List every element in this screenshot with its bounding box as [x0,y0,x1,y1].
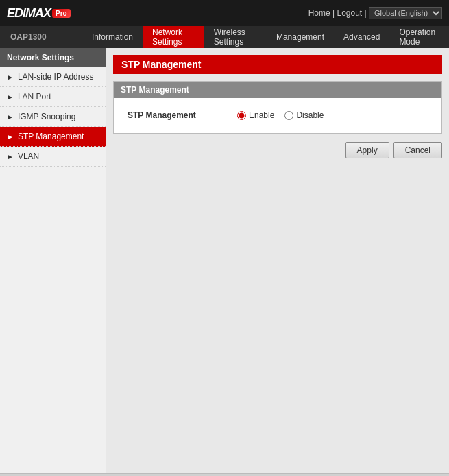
stp-section: STP Management STP Management Enable Dis… [113,81,442,134]
enable-radio[interactable] [237,111,246,120]
page-title: STP Management [113,55,442,74]
disable-radio[interactable] [284,111,293,120]
enable-label: Enable [249,110,274,120]
section-body: STP Management Enable Disable [114,98,441,133]
arrow-icon-active: ► [7,133,14,141]
logout-link[interactable]: Logout [337,8,363,18]
main-layout: Network Settings ► LAN-side IP Address ►… [0,48,449,473]
header-links: Home | Logout | Global (English) [308,7,442,19]
nav-information[interactable]: Information [82,26,143,48]
arrow-icon: ► [7,73,14,81]
top-nav: OAP1300 Information Network Settings Wir… [0,26,449,48]
nav-advanced[interactable]: Advanced [334,26,389,48]
logo-area: EDiMAX Pro [7,6,71,21]
sidebar-label-lan-port: LAN Port [18,92,51,102]
stp-label: STP Management [128,110,237,120]
nav-operation-mode[interactable]: Operation Mode [389,26,449,48]
stp-radio-group: Enable Disable [237,110,324,120]
sidebar-label-vlan: VLAN [18,152,39,161]
nav-wireless-settings[interactable]: Wireless Settings [204,26,267,48]
device-name: OAP1300 [0,32,82,42]
logo-edimax: EDiMAX [7,6,51,21]
content: STP Management STP Management STP Manage… [106,48,449,473]
sidebar-item-lan-ip[interactable]: ► LAN-side IP Address [0,67,106,87]
sidebar-item-vlan[interactable]: ► VLAN [0,147,106,167]
sidebar-item-igmp[interactable]: ► IGMP Snooping [0,107,106,127]
section-header: STP Management [114,82,441,98]
sidebar-title: Network Settings [0,48,106,67]
arrow-icon: ► [7,113,14,121]
disable-label: Disable [296,110,324,120]
disable-radio-label[interactable]: Disable [284,110,324,120]
arrow-icon: ► [7,153,14,160]
cancel-button[interactable]: Cancel [393,142,442,158]
home-link[interactable]: Home [308,8,330,18]
arrow-icon: ► [7,93,14,101]
stp-form-row: STP Management Enable Disable [121,105,435,126]
nav-network-settings[interactable]: Network Settings [143,26,204,48]
button-row: Apply Cancel [113,142,442,158]
language-select[interactable]: Global (English) [369,7,442,19]
sidebar-label-igmp: IGMP Snooping [18,112,76,121]
sidebar-label-stp: STP Management [18,132,84,141]
enable-radio-label[interactable]: Enable [237,110,274,120]
footer: Copyright 2017 © EDIMAX Technology Co., … [0,473,449,476]
sidebar-item-lan-port[interactable]: ► LAN Port [0,87,106,107]
apply-button[interactable]: Apply [345,142,389,158]
sidebar-label-lan-ip: LAN-side IP Address [18,72,94,82]
sidebar: Network Settings ► LAN-side IP Address ►… [0,48,106,473]
sidebar-item-stp[interactable]: ► STP Management [0,127,106,147]
logo-pro: Pro [52,9,71,18]
nav-management[interactable]: Management [267,26,334,48]
header: EDiMAX Pro Home | Logout | Global (Engli… [0,0,449,26]
